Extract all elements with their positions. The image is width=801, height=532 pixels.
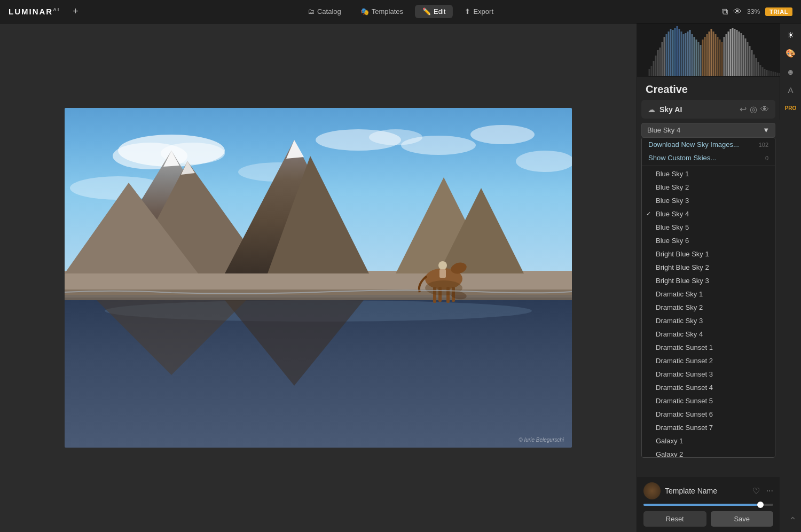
template-slider-thumb[interactable] [757, 502, 764, 508]
photo-canvas: © Iurie Belegurschi [65, 108, 572, 448]
svg-rect-73 [719, 40, 721, 76]
sky-item[interactable]: Dramatic Sunset 5 [642, 394, 775, 408]
svg-rect-95 [766, 70, 768, 76]
svg-rect-43 [655, 56, 657, 76]
svg-rect-85 [745, 38, 747, 76]
histogram-chart [637, 24, 801, 77]
export-button[interactable]: ⬆ Export [457, 5, 501, 18]
sky-item[interactable]: Dramatic Sunset 3 [642, 367, 775, 381]
template-slider-track[interactable] [643, 504, 773, 506]
sky-item[interactable]: Dramatic Sunset 1 [642, 341, 775, 354]
sky-item[interactable]: Blue Sky 2 [642, 181, 775, 194]
sky-item[interactable]: Blue Sky 1 [642, 167, 775, 181]
sky-item[interactable]: Bright Blue Sky 2 [642, 261, 775, 274]
svg-rect-82 [739, 32, 740, 76]
svg-rect-76 [726, 34, 727, 76]
cloud-icon: ☁ [648, 105, 655, 114]
templates-button[interactable]: 🎭 Templates [353, 5, 411, 18]
templates-icon: 🎭 [360, 7, 369, 15]
pro-badge: PRO [782, 99, 799, 116]
svg-rect-75 [724, 37, 725, 76]
sky-item[interactable]: Dramatic Sunset 7 [642, 421, 775, 434]
svg-rect-77 [728, 32, 729, 76]
sky-item[interactable]: Dramatic Sunset 2 [642, 354, 775, 367]
svg-rect-35 [439, 269, 446, 278]
view-toggle-button[interactable]: ⧉ [722, 7, 728, 17]
heart-icon[interactable]: ♡ [752, 486, 760, 496]
sky-item[interactable]: Dramatic Sky 4 [642, 327, 775, 341]
zoom-display[interactable]: 33% [747, 8, 760, 15]
right-panel: ☀ 🎨 ☻ A PRO Creative ☁ Sky AI ↩ ◎ 👁 [637, 24, 801, 532]
svg-rect-96 [768, 71, 770, 76]
svg-rect-44 [657, 50, 659, 76]
svg-rect-80 [734, 29, 736, 76]
template-name-row: Template Name ♡ ··· [643, 482, 773, 499]
reset-button[interactable]: Reset [643, 511, 706, 527]
svg-rect-69 [711, 29, 712, 76]
svg-rect-79 [732, 28, 734, 76]
sky-ai-title: Sky AI [659, 105, 740, 114]
svg-point-8 [516, 151, 572, 172]
svg-point-7 [470, 125, 535, 144]
svg-rect-54 [679, 29, 680, 76]
text-icon[interactable]: A [782, 81, 799, 98]
sky-item[interactable]: Blue Sky 3 [642, 194, 775, 207]
sky-item[interactable]: Blue Sky 6 [642, 234, 775, 247]
svg-rect-52 [674, 28, 676, 76]
svg-rect-62 [696, 40, 697, 76]
template-name-text: Template Name [665, 487, 748, 495]
svg-rect-53 [677, 26, 678, 76]
palette-icon[interactable]: 🎨 [782, 45, 799, 62]
sky-item[interactable]: Blue Sky 5 [642, 221, 775, 234]
sky-dropdown-wrapper: Blue Sky 4 ▼ Download New Sky Images... … [641, 123, 775, 458]
sky-item[interactable]: Blue Sky 4 [642, 207, 775, 221]
sky-dropdown-trigger[interactable]: Blue Sky 4 ▼ [641, 123, 775, 137]
sky-item[interactable]: Dramatic Sunset 6 [642, 408, 775, 421]
sun-icon[interactable]: ☀ [782, 27, 799, 44]
undo-icon[interactable]: ↩ [740, 104, 747, 114]
download-skies-item[interactable]: Download New Sky Images... 102 [642, 138, 775, 151]
sky-item[interactable]: Galaxy 2 [642, 448, 775, 458]
angle-icon[interactable]: ⌃ [789, 515, 797, 527]
svg-rect-56 [683, 34, 685, 76]
svg-rect-49 [668, 32, 670, 76]
add-button[interactable]: + [73, 6, 78, 17]
canvas-area: © Iurie Belegurschi [0, 24, 637, 532]
svg-rect-50 [670, 29, 672, 76]
face-icon[interactable]: ☻ [782, 63, 799, 80]
sky-dropdown-menu: Download New Sky Images... 102 Show Cust… [641, 137, 775, 458]
svg-rect-60 [692, 34, 693, 76]
svg-rect-67 [706, 34, 708, 76]
visibility-icon[interactable]: 👁 [760, 105, 769, 114]
sky-item[interactable]: Dramatic Sunset 4 [642, 381, 775, 394]
svg-rect-98 [773, 72, 774, 76]
save-button[interactable]: Save [711, 511, 774, 527]
svg-rect-78 [730, 29, 732, 76]
trial-badge: TRIAL [765, 7, 792, 16]
sky-ai-header: ☁ Sky AI ↩ ◎ 👁 [641, 100, 775, 119]
more-icon[interactable]: ··· [766, 486, 773, 496]
panel-content: Creative ☁ Sky AI ↩ ◎ 👁 Blue Sky 4 ▼ [637, 77, 801, 532]
svg-rect-57 [685, 33, 687, 76]
template-buttons: Reset Save [643, 511, 773, 527]
svg-rect-45 [659, 48, 661, 76]
show-custom-skies-item[interactable]: Show Custom Skies... 0 [642, 151, 775, 165]
svg-point-34 [438, 261, 447, 270]
edit-button[interactable]: ✏️ Edit [415, 5, 453, 18]
template-slider-fill [643, 504, 760, 506]
nav-center: 🗂 Catalog 🎭 Templates ✏️ Edit ⬆ Export [300, 5, 501, 18]
sky-item[interactable]: Dramatic Sky 3 [642, 314, 775, 327]
sky-item[interactable]: Dramatic Sky 2 [642, 301, 775, 314]
section-title: Creative [637, 77, 780, 100]
sky-item[interactable]: Bright Blue Sky 3 [642, 274, 775, 287]
catalog-button[interactable]: 🗂 Catalog [300, 5, 349, 18]
export-icon: ⬆ [465, 7, 470, 15]
eye-button[interactable]: 👁 [733, 7, 742, 17]
svg-rect-47 [664, 37, 665, 76]
sky-item[interactable]: Bright Blue Sky 1 [642, 247, 775, 261]
sky-item[interactable]: Galaxy 1 [642, 434, 775, 448]
before-after-icon[interactable]: ◎ [750, 104, 757, 114]
app-logo: LUMINARAI [9, 7, 60, 16]
catalog-icon: 🗂 [308, 7, 315, 15]
sky-item[interactable]: Dramatic Sky 1 [642, 287, 775, 301]
